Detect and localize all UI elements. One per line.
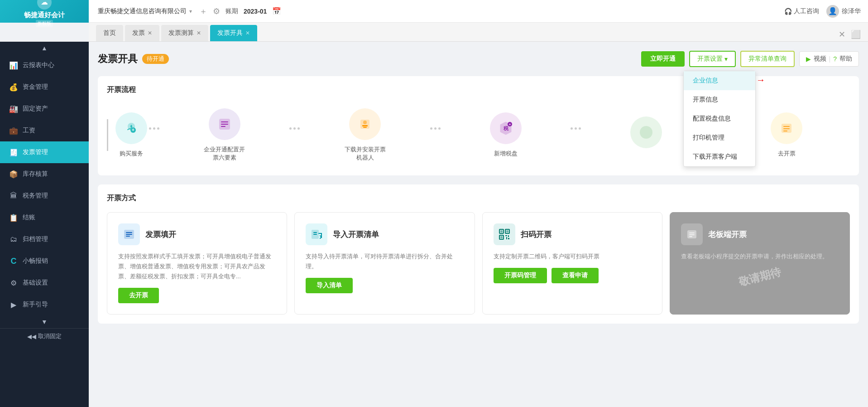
settings-chevron-icon: ▾: [724, 55, 728, 63]
method-scan-apply-btn[interactable]: 查看申请: [551, 268, 599, 283]
sidebar-zijin-label: 资金管理: [23, 83, 48, 91]
method-card-scan: 扫码开票 支持定制开票二维码，客户端可扫码开票 开票码管理 查看申请: [482, 212, 662, 315]
qiye-label: 企业信息: [693, 77, 718, 84]
sidebar-item-gongzi[interactable]: 💼 工资: [0, 120, 89, 141]
zijin-icon: 💰: [9, 82, 18, 92]
activate-button[interactable]: 立即开通: [641, 51, 685, 67]
method-scan-btns: 开票码管理 查看申请: [494, 268, 651, 283]
sidebar-item-fapiao[interactable]: 🧾 发票管理: [0, 141, 89, 163]
headphone-icon: 🎧: [784, 8, 792, 15]
video-help-button[interactable]: ▶ 视频 | ? 帮助: [799, 51, 859, 67]
method-grid: 发票填开 支持按照发票样式手工填开发票；可开具增值税电子普通发票、增值税普通发票…: [107, 212, 850, 315]
main-layout: ▲ 📊 云报表中心 💰 资金管理 🏭 固定资产 💼 工资 🧾 发票管理 📦 库存…: [0, 42, 868, 407]
step6-icon: [771, 112, 802, 144]
svg-rect-39: [689, 236, 692, 237]
help-label: 帮助: [839, 55, 852, 63]
tab-kaiju-close[interactable]: ✕: [245, 30, 250, 36]
period-value: 2023-01: [244, 8, 267, 15]
dropdown-item-dayin[interactable]: 打印机管理: [684, 128, 755, 147]
tab-fapiao-kaiju[interactable]: 发票开具 ✕: [210, 25, 257, 41]
tab-close-icon[interactable]: ✕: [839, 29, 845, 39]
guidang-icon: 🗂: [9, 235, 18, 244]
tab-expand-icon[interactable]: ⬜: [851, 29, 861, 39]
user-name: 徐泽华: [842, 7, 861, 15]
method-fill-title: 发票填开: [145, 229, 176, 240]
method-scan-title: 扫码开票: [521, 229, 551, 240]
sidebar-yunbao-label: 云报表中心: [23, 61, 54, 69]
tab-cesuan-close[interactable]: ✕: [197, 30, 201, 36]
method-import-title: 导入开票清单: [333, 229, 379, 240]
tab-fapiao-cesuan[interactable]: 发票测算 ✕: [161, 25, 208, 41]
sidebar-bottom-label[interactable]: 取消固定: [38, 332, 62, 340]
yunbao-icon: 📊: [9, 61, 18, 70]
sidebar-item-yunbao[interactable]: 📊 云报表中心: [0, 54, 89, 76]
period-label: 账期: [225, 7, 238, 15]
sidebar-item-zijin[interactable]: 💰 资金管理: [0, 76, 89, 98]
user-info[interactable]: 👤 徐泽华: [826, 5, 861, 18]
sidebar-item-gudingzichan[interactable]: 🏭 固定资产: [0, 98, 89, 120]
svg-rect-21: [126, 234, 132, 235]
top-bar-actions: ＋ ⚙ 账期 2023-01 📅: [199, 6, 281, 17]
method-fill-btn[interactable]: 去开票: [118, 288, 159, 303]
calendar-icon[interactable]: 📅: [272, 7, 281, 15]
tab-fapiao[interactable]: 发票 ✕: [125, 25, 159, 41]
sidebar-gongzi-label: 工资: [23, 126, 35, 135]
flow-step-4: 税+ 新增税盘: [442, 112, 569, 158]
sidebar: ▲ 📊 云报表中心 💰 资金管理 🏭 固定资产 💼 工资 🧾 发票管理 📦 库存…: [0, 42, 89, 407]
xinshou-icon: ▶: [9, 300, 18, 309]
jiezhang-icon: 📋: [9, 213, 18, 222]
svg-rect-24: [313, 232, 317, 233]
sidebar-item-kucun[interactable]: 📦 库存核算: [0, 163, 89, 185]
dots-3: [428, 127, 442, 130]
gudingzichan-icon: 🏭: [9, 104, 18, 113]
method-scan-qr-btn[interactable]: 开票码管理: [494, 268, 547, 283]
method-import-header: 导入开票清单: [306, 223, 463, 245]
step-divider: [107, 119, 108, 151]
red-arrow-icon: →: [756, 75, 765, 85]
sidebar-item-jiezhang[interactable]: 📋 结账: [0, 207, 89, 228]
pin-icon: ◀◀: [27, 333, 36, 340]
tab-home[interactable]: 首页: [96, 25, 123, 41]
step4-icon: 税+: [490, 112, 522, 144]
dropdown-item-peizhi[interactable]: 配置税盘信息: [684, 109, 755, 128]
sidebar-item-jichu[interactable]: ⚙ 基础设置: [0, 272, 89, 294]
method-import-btn[interactable]: 导入清单: [306, 278, 353, 293]
settings-button[interactable]: 开票设置 ▾: [689, 51, 736, 67]
sidebar-item-shuiwu[interactable]: 🏛 税务管理: [0, 185, 89, 207]
page-header: 发票开具 待开通 立即开通 开票设置 ▾ 异常清单查询 ▶ 视频 | ? 帮助: [98, 51, 859, 67]
sidebar-jiezhang-label: 结账: [23, 213, 35, 222]
method-boss-desc: 查看老板端小程序提交的开票申请，并作出相应的处理。: [681, 252, 839, 262]
consult-button[interactable]: 🎧 人工咨询: [784, 7, 819, 15]
consult-label: 人工咨询: [794, 7, 819, 15]
svg-rect-5: [221, 124, 228, 125]
sidebar-item-xinshou[interactable]: ▶ 新手引导: [0, 294, 89, 315]
add-icon[interactable]: ＋: [199, 6, 207, 17]
method-fill-icon: [118, 223, 140, 245]
abnormal-button[interactable]: 异常清单查询: [740, 51, 795, 67]
dropdown-item-kaipiao[interactable]: 开票信息: [684, 90, 755, 109]
sidebar-item-xiaochang[interactable]: C 小畅报销: [0, 250, 89, 272]
svg-rect-35: [508, 238, 509, 239]
avatar: 👤: [826, 5, 839, 18]
sidebar-kucun-label: 库存核算: [23, 170, 48, 178]
waiting-text: 敬请期待: [737, 264, 782, 290]
flow-step-2: 企业开通配置开票六要素: [161, 108, 288, 162]
dropdown-item-xiazai[interactable]: 下载开票客户端: [684, 147, 755, 166]
svg-rect-38: [689, 234, 695, 235]
video-label: 视频: [814, 55, 826, 63]
xiazai-label: 下载开票客户端: [693, 153, 737, 160]
tab-fapiao-close[interactable]: ✕: [148, 30, 152, 36]
svg-text:+: +: [508, 122, 511, 126]
company-selector[interactable]: 重庆畅捷交通信息咨询有限公司 ▾: [98, 7, 192, 15]
sidebar-jichu-label: 基础设置: [23, 279, 48, 287]
settings-icon[interactable]: ⚙: [213, 6, 220, 16]
dropdown-item-qiye[interactable]: 企业信息 →: [684, 71, 755, 90]
fapiao-icon: 🧾: [9, 148, 18, 157]
svg-rect-37: [689, 233, 695, 233]
chevron-down-icon: ▾: [189, 8, 192, 15]
peizhi-label: 配置税盘信息: [693, 115, 731, 122]
sidebar-xiaochang-label: 小畅报销: [23, 257, 48, 265]
sidebar-xinshou-label: 新手引导: [23, 300, 48, 309]
sidebar-item-guidang[interactable]: 🗂 归档管理: [0, 228, 89, 250]
step6-label: 去开票: [778, 150, 796, 158]
